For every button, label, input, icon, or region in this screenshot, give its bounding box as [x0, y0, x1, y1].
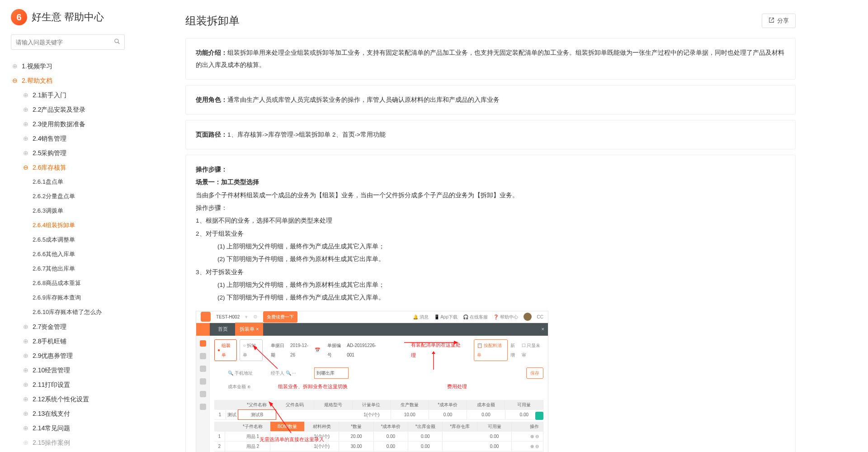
nav-item-29[interactable]: ⊕2.9优惠券管理	[11, 348, 125, 363]
bag-icon	[200, 366, 206, 372]
nav-item-265[interactable]: 2.6.5成本调整单	[11, 233, 125, 247]
nav-item-267[interactable]: 2.6.7其他出库单	[11, 262, 125, 276]
ops-section: 操作步骤： 场景一：加工类型选择 当由多个子件材料组装成一个成品的业务为【组装】…	[185, 155, 796, 452]
search-box	[11, 34, 125, 50]
plus-icon: ⊕	[22, 406, 30, 421]
nav-item-213[interactable]: ⊕2.13在线支付	[11, 406, 125, 421]
nav-item-video[interactable]: ⊕1.视频学习	[11, 59, 125, 73]
minus-icon: ⊖	[22, 160, 30, 175]
ss-note3: 费用处理	[447, 381, 467, 392]
plus-icon: ⊕	[11, 59, 19, 73]
nav-item-212[interactable]: ⊕2.12系统个性化设置	[11, 392, 125, 406]
main-content: 组装拆卸单 分享 功能介绍：组装拆卸单用来处理企业组装或拆卸等加工业务，支持有固…	[136, 0, 823, 452]
search-input[interactable]	[11, 34, 125, 50]
nav-item-26[interactable]: ⊖2.6库存核算	[11, 160, 125, 175]
arrow-icon	[431, 354, 436, 372]
nav-item-268[interactable]: 2.6.8商品成本重算	[11, 276, 125, 290]
plus-icon: ⊕	[22, 117, 30, 131]
ops-s1: 当由多个子件材料组装成一个成品的业务为【组装】业务，当由一个父件拆分成多个子产品…	[196, 189, 785, 202]
embedded-screenshot: TEST-H002 ▾ ⚙ 免费续费一下 🔔 消息 📱 App下载 🎧 在线客服…	[196, 311, 548, 452]
plus-icon: ⊕	[22, 348, 30, 363]
nav-item-25[interactable]: ⊕2.5采购管理	[11, 146, 125, 160]
ops-s42: (2) 下部明细为子件明细，最终作为原材料生成其它出库单。	[196, 253, 785, 266]
intro-card: 功能介绍：组装拆卸单用来处理企业组装或拆卸等加工业务，支持有固定装配清单的产品加…	[185, 38, 796, 80]
nav-item-210[interactable]: ⊕2.10经营管理	[11, 363, 125, 377]
ops-title: 操作步骤：	[196, 163, 785, 176]
plus-icon: ⊕	[22, 131, 30, 146]
nav-item-214[interactable]: ⊕2.14常见问题	[11, 421, 125, 435]
path-card: 页面路径：1、库存核算->库存管理->组装拆卸单 2、首页->常用功能	[185, 120, 796, 149]
role-text: 通常由生产人员或库管人员完成拆装业务的操作，库管人员确认原材料的出库和产成品的入…	[227, 96, 500, 103]
nav-item-261[interactable]: 2.6.1盘点单	[11, 175, 125, 189]
nav-item-2610[interactable]: 2.6.10库存账本错了怎么办	[11, 305, 125, 319]
nav-item-264[interactable]: 2.6.4组装拆卸单	[11, 218, 125, 233]
path-text: 1、库存核算->库存管理->组装拆卸单 2、首页->常用功能	[227, 131, 386, 138]
minus-icon: ⊖	[11, 73, 19, 88]
page-title: 组装拆卸单	[185, 14, 240, 28]
brand-title: 好生意 帮助中心	[32, 10, 104, 24]
ss-tenant: TEST-H002	[216, 312, 240, 322]
ss-table2-head: *子件名称 BOM数量 材料种类 *数量 *成本单价 *出库金额 *库存仓库 可…	[214, 422, 543, 432]
intro-text: 组装拆卸单用来处理企业组装或拆卸等加工业务，支持有固定装配清单的产品加工业务，也…	[196, 49, 784, 68]
ss-tab-home: 首页	[213, 323, 232, 336]
nav-item-21[interactable]: ⊕2.1新手入门	[11, 88, 125, 102]
nav-item-215[interactable]: ⊕2.15操作案例	[11, 435, 125, 450]
ss-note2: 组装业务、拆卸业务在这里切换	[278, 381, 348, 392]
arrow-icon	[250, 344, 287, 376]
plus-icon: ⊕	[22, 88, 30, 102]
ss-sidebar	[196, 336, 210, 452]
ops-s5: 3、对于拆装业务	[196, 266, 785, 279]
ops-scene: 场景一：加工类型选择	[196, 176, 785, 189]
plus-icon: ⊕	[22, 102, 30, 117]
path-label: 页面路径：	[196, 131, 227, 138]
expand-icon	[535, 412, 543, 420]
ss-content: ● 组装单 ○ 拆卸单 单据日期 2019-12-26 📅 单据编号 AD-20…	[210, 336, 548, 452]
nav-item-docs[interactable]: ⊖2.帮助文档	[11, 73, 125, 88]
plus-icon: ⊕	[22, 334, 30, 348]
ops-s41: (1) 上部明细为父件明细，最终作为产成品生成其它入库单；	[196, 240, 785, 253]
close-icon: ×	[542, 324, 544, 334]
ss-tabbar: 首页 拆装单 × ×	[210, 323, 548, 336]
nav-item-262[interactable]: 2.6.2分量盘点单	[11, 189, 125, 204]
plus-icon: ⊕	[22, 363, 30, 377]
intro-label: 功能介绍：	[196, 49, 227, 56]
svg-marker-3	[253, 345, 257, 350]
ss-nav-home-icon	[196, 323, 210, 336]
ss-renew-button: 免费续费一下	[263, 311, 297, 323]
role-label: 使用角色：	[196, 96, 227, 103]
cart-icon	[200, 391, 206, 397]
svg-line-8	[271, 404, 291, 433]
nav-item-269[interactable]: 2.6.9库存账本查询	[11, 290, 125, 305]
brand-row: 6 好生意 帮助中心	[11, 9, 125, 25]
nav-item-211[interactable]: ⊕2.11打印设置	[11, 377, 125, 392]
role-card: 使用角色：通常由生产人员或库管人员完成拆装业务的操作，库管人员确认原材料的出库和…	[185, 85, 796, 114]
title-row: 组装拆卸单 分享	[185, 14, 796, 28]
sidebar: 6 好生意 帮助中心 ⊕1.视频学习 ⊖2.帮助文档 ⊕2.1新手入门 ⊕2.2…	[0, 0, 136, 452]
ss-note4: 无需选清单的直接在这里录入	[259, 434, 324, 445]
plus-icon: ⊕	[22, 319, 30, 334]
ss-table1-row: 1 测试 测试B 1(个/个) 10.00 0.00 0.00 0.00	[214, 410, 543, 420]
nav-item-28[interactable]: ⊕2.8手机旺铺	[11, 334, 125, 348]
nav-item-266[interactable]: 2.6.6其他入库单	[11, 247, 125, 262]
share-label: 分享	[777, 17, 789, 25]
share-icon	[769, 17, 774, 24]
ss-radio-assemble: ● 组装单	[214, 339, 237, 361]
nav-item-24[interactable]: ⊕2.4销售管理	[11, 131, 125, 146]
ss-nav: 首页 拆装单 × ×	[196, 323, 548, 336]
home-icon	[200, 340, 206, 347]
share-button[interactable]: 分享	[762, 14, 796, 28]
ops-s51: (1) 上部明细为父件明细，最终作为原材料生成其它出库单；	[196, 279, 785, 291]
nav-item-27[interactable]: ⊕2.7资金管理	[11, 319, 125, 334]
arrow-icon	[269, 401, 296, 435]
ss-tab-current: 拆装单 ×	[235, 323, 263, 336]
nav-item-23[interactable]: ⊕2.3使用前数据准备	[11, 117, 125, 131]
ops-s52: (2) 下部明细为子件明细，最终作为产成品生成其它入库单。	[196, 291, 785, 304]
plus-icon: ⊕	[22, 377, 30, 392]
nav-item-22[interactable]: ⊕2.2产品安装及登录	[11, 102, 125, 117]
plus-icon: ⊕	[22, 392, 30, 406]
nav-item-263[interactable]: 2.6.3调拨单	[11, 204, 125, 218]
svg-marker-5	[454, 341, 458, 344]
menu-icon	[200, 353, 206, 359]
ss-topbar: TEST-H002 ▾ ⚙ 免费续费一下 🔔 消息 📱 App下载 🎧 在线客服…	[196, 311, 548, 323]
ss-logo-icon	[201, 312, 211, 322]
